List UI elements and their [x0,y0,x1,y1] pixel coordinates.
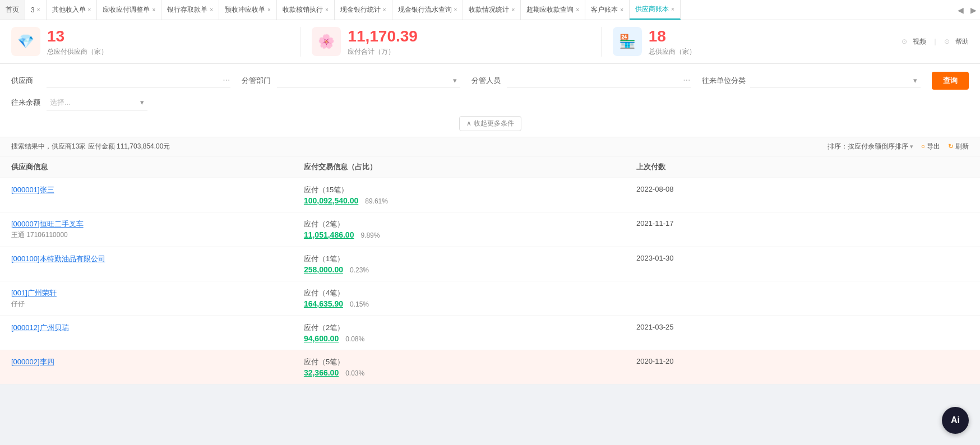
table-row[interactable]: [000002]李四 应付（5笔） 32,366.00 0.03% 2020-1… [0,350,980,384]
balance-select[interactable]: 选择... ▾ [47,95,147,110]
supplier-link[interactable]: [000012]广州贝瑞 [11,323,69,332]
nav-tab-11[interactable]: 客户账本× [585,0,630,20]
unit-class-label: 往来单位分类 [702,76,746,86]
supplier-link[interactable]: [000002]李四 [11,358,54,366]
nav-tab-8[interactable]: 现金银行流水查询× [392,0,464,20]
dept-field: 分管部门 ▾ [242,74,461,87]
search-button[interactable]: 查询 [932,72,969,90]
person-label: 分管人员 [471,76,502,86]
nav-tab-close-icon[interactable]: × [37,7,40,13]
nav-tab-7[interactable]: 现金银行统计× [335,0,392,20]
trans-amount[interactable]: 32,366.00 [304,368,339,377]
supplier-name: [000007]恒旺二手叉车 [11,219,304,229]
nav-tab-6[interactable]: 收款核销执行× [277,0,335,20]
supplier-dots-icon[interactable]: ··· [223,75,230,85]
nav-tab-close-icon[interactable]: × [152,7,155,13]
trans-label: 应付（5笔） [304,357,636,367]
trans-percent: 9.89% [360,231,380,239]
nav-tab-close-icon[interactable]: × [267,7,271,13]
nav-tab-label: 超期应收款查询 [526,5,574,15]
header-transaction: 应付交易信息（占比） [304,162,636,172]
nav-tab-10[interactable]: 超期应收款查询× [521,0,585,20]
unit-class-field: 往来单位分类 ▾ [702,74,921,87]
nav-tab-close-icon[interactable]: × [88,7,91,13]
supplier-link[interactable]: [000007]恒旺二手叉车 [11,220,84,228]
nav-tab-2[interactable]: 其他收入单× [47,0,98,20]
sort-button[interactable]: 排序：按应付余额倒序排序 ▾ [828,142,913,151]
trans-label: 应付（2笔） [304,219,636,229]
nav-tab-close-icon[interactable]: × [511,7,515,13]
nav-tab-4[interactable]: 银行存取款单× [161,0,219,20]
trans-amount[interactable]: 100,092,540.00 [304,196,358,205]
refresh-icon: ↻ [948,142,954,150]
table-row[interactable]: [000007]恒旺二手叉车 王通 17106110000 应付（2笔） 11,… [0,212,980,247]
person-input[interactable] [507,74,683,87]
nav-tab-close-icon[interactable]: × [325,7,329,13]
stat-item-1: 🌸 11,170.39 应付合计（万） [301,27,601,57]
trans-amount[interactable]: 94,600.00 [304,334,339,343]
lastpay-cell: 2020-11-20 [636,357,836,365]
supplier-link[interactable]: [001]广州荣轩 [11,289,57,297]
help-link[interactable]: 帮助 [955,37,969,47]
table-row[interactable]: [001]广州荣轩 仔仔 应付（4笔） 164,635.90 0.15% [0,281,980,316]
trans-amount[interactable]: 258,000.00 [304,265,343,274]
collapse-up-icon: ∧ [466,119,471,127]
nav-tab-close-icon[interactable]: × [210,7,213,13]
nav-prev-arrow[interactable]: ◀ [954,0,967,20]
nav-tab-close-icon[interactable]: × [671,6,674,12]
export-icon: ○ [921,142,925,150]
nav-tab-5[interactable]: 预收冲应收单× [219,0,277,20]
table-rows: [000001]张三 应付（15笔） 100,092,540.00 89.61%… [0,178,980,384]
stat-number-2: 18 [649,27,696,46]
person-field: 分管人员 ··· [471,74,691,87]
table-header: 供应商信息 应付交易信息（占比） 上次付数 [0,156,980,178]
supplier-cell: [001]广州荣轩 仔仔 [11,288,304,309]
last-pay-date: 2021-03-25 [636,323,674,331]
header-supplier: 供应商信息 [11,162,304,172]
stat-item-2: 🏪 18 总供应商（家） [602,27,902,57]
nav-tab-label: 预收冲应收单 [225,5,265,15]
video-link[interactable]: 视频 [913,37,926,47]
supplier-label: 供应商 [11,76,42,86]
export-label: 导出 [927,142,940,151]
refresh-label: 刷新 [955,142,969,151]
nav-tab-0[interactable]: 首页 [0,0,25,20]
trans-amount[interactable]: 11,051,486.00 [304,230,354,239]
table-row[interactable]: [000012]广州贝瑞 应付（2笔） 94,600.00 0.08% 2021… [0,316,980,350]
collapse-label: 收起更多条件 [474,119,514,128]
last-pay-date: 2023-01-30 [636,254,674,262]
supplier-name: [001]广州荣轩 [11,288,304,298]
nav-tab-3[interactable]: 应收应付调整单× [97,0,161,20]
person-input-wrapper[interactable]: ··· [507,74,691,87]
supplier-link[interactable]: [000001]张三 [11,186,54,194]
nav-tab-9[interactable]: 收款情况统计× [463,0,521,20]
supplier-link[interactable]: [000100]本特勤油品有限公司 [11,254,105,263]
nav-tab-1[interactable]: 3× [25,0,47,20]
nav-tab-close-icon[interactable]: × [620,7,623,13]
supplier-cell: [000002]李四 [11,357,304,367]
supplier-input-wrapper[interactable]: ··· [47,74,230,87]
balance-field: 往来余额 选择... ▾ [11,95,969,110]
refresh-button[interactable]: ↻ 刷新 [948,142,969,151]
last-pay-date: 2022-08-08 [636,185,674,193]
table-row[interactable]: [000001]张三 应付（15笔） 100,092,540.00 89.61%… [0,178,980,212]
nav-tab-12[interactable]: 供应商账本× [630,0,681,20]
trans-percent: 0.23% [350,266,369,274]
nav-tab-label: 收款情况统计 [469,5,509,15]
dept-select[interactable]: ▾ [277,74,461,87]
nav-tab-close-icon[interactable]: × [383,7,386,13]
lastpay-cell: 2022-08-08 [636,185,836,193]
header-extra [836,162,969,172]
nav-tab-label: 其他收入单 [52,5,86,15]
collapse-button[interactable]: ∧ 收起更多条件 [459,116,521,131]
unit-class-select[interactable]: ▾ [750,74,921,87]
export-button[interactable]: ○ 导出 [921,142,940,151]
stat-icon-2: 🏪 [613,27,642,56]
supplier-input[interactable] [47,74,223,87]
table-row[interactable]: [000100]本特勤油品有限公司 应付（1笔） 258,000.00 0.23… [0,247,980,281]
person-dots-icon[interactable]: ··· [683,75,690,85]
trans-amount[interactable]: 164,635.90 [304,299,343,308]
nav-tab-close-icon[interactable]: × [576,7,579,13]
nav-next-arrow[interactable]: ▶ [967,0,980,20]
nav-tab-close-icon[interactable]: × [454,7,457,13]
